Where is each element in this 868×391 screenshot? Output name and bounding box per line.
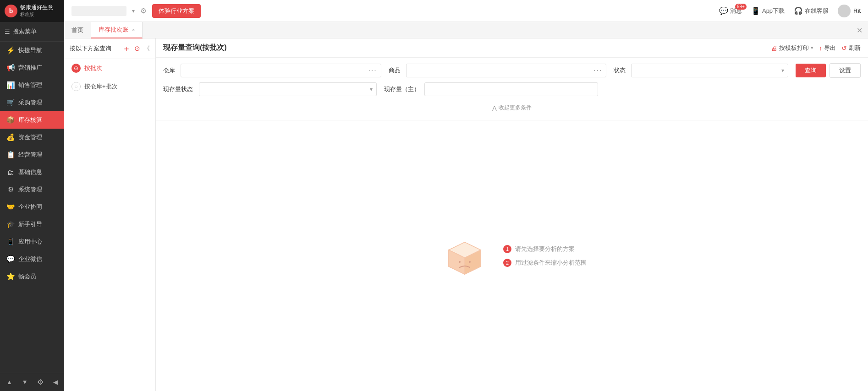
empty-step-2: 2 用过滤条件来缩小分析范围 [503,259,587,267]
search-field-inv-qty: 现存量（主） — [384,82,598,96]
filter-collapse-btn[interactable]: 《 [144,44,150,53]
sales-icon: 📊 [6,81,15,89]
export-btn[interactable]: ↑ 导出 [819,44,836,52]
sidebar-item-label: 采购管理 [18,98,42,107]
app-download-label: App下载 [762,7,785,15]
search-row-2: 现存量状态 ▾ 现存量（主） — [163,82,861,96]
step1-text: 请先选择要分析的方案 [515,245,575,253]
search-field-status: 状态 ▾ [614,64,788,77]
product-dots[interactable]: ··· [593,66,602,75]
sidebar-item-label: 资金管理 [18,133,42,141]
empty-illustration [437,228,492,283]
search-field-product: 商品 ··· [389,64,607,77]
sidebar-item-label: 畅会员 [18,272,36,281]
product-input[interactable] [410,67,593,74]
warehouse-dots[interactable]: ··· [368,66,377,75]
phone-icon: 📱 [751,6,760,15]
sidebar-item-label: 营销推广 [18,64,42,72]
sidebar-item-shortcuts[interactable]: ⚡ 快捷导航 [0,42,64,59]
topbar-chevron-icon[interactable]: ▾ [132,8,135,14]
query-btn[interactable]: 查询 [796,64,826,77]
sidebar-item-newbie[interactable]: 🎓 新手引导 [0,216,64,233]
inv-status-chevron-icon: ▾ [370,86,373,92]
topbar-user[interactable]: Rit [838,5,861,17]
step2-number: 2 [503,259,511,267]
refresh-btn[interactable]: ↺ 刷新 [841,44,861,52]
step1-number: 1 [503,245,511,253]
sidebar-search-btn[interactable]: ☰ 搜索菜单 [5,26,60,38]
message-icon: 💬 [719,6,728,15]
export-icon: ↑ [819,44,822,52]
page-actions: 🖨 按模板打印 ▾ ↑ 导出 ↺ 刷新 [771,44,861,52]
topbar-app-download[interactable]: 📱 App下载 [751,6,785,15]
search-icon: ☰ [5,28,10,35]
sidebar-item-basic[interactable]: 🗂 基础信息 [0,163,64,181]
warehouse-label: 仓库 [163,66,177,75]
filter-add-btn[interactable]: ＋ [122,43,131,54]
basic-icon: 🗂 [6,168,15,176]
empty-text-block: 1 请先选择要分析的方案 2 用过滤条件来缩小分析范围 [503,245,587,267]
app-logo: b [5,5,17,17]
sidebar-item-wechat[interactable]: 💬 企业微信 [0,250,64,268]
action-btn-row: 查询 设置 [796,63,861,78]
export-btn-label: 导出 [824,44,836,52]
collapse-btn[interactable]: ⋀ 收起更多条件 [492,104,532,112]
sidebar-item-inventory[interactable]: 📦 库存核算 [0,111,64,129]
finance-icon: 💰 [6,133,15,141]
sidebar-item-operations[interactable]: 📋 经营管理 [0,146,64,163]
filter-item-batch[interactable]: ⊙ 按批次 [64,59,155,77]
sidebar-scroll-down[interactable]: ▼ [22,379,28,386]
topbar-search-input[interactable] [71,6,126,16]
experience-btn[interactable]: 体验行业方案 [152,4,201,18]
sidebar-item-sales[interactable]: 📊 销售管理 [0,76,64,94]
main-area: ▾ ⚙ 体验行业方案 💬 消息 99+ 📱 App下载 🎧 在线客服 Rit [64,0,868,391]
sidebar-item-label: 系统管理 [18,185,42,194]
tab-home[interactable]: 首页 [64,22,91,38]
online-service-label: 在线客服 [805,7,829,15]
inv-qty-max-input[interactable] [478,86,515,93]
sidebar-toggle-btn[interactable]: ◀ [53,379,58,386]
print-btn[interactable]: 🖨 按模板打印 ▾ [771,44,813,52]
inventory-icon: 📦 [6,116,15,124]
sidebar-item-finance[interactable]: 💰 资金管理 [0,129,64,146]
sidebar-settings-btn[interactable]: ⚙ [37,378,44,386]
filter-item-warehouse-batch[interactable]: ○ 按仓库+批次 [64,77,155,96]
product-input-wrapper[interactable]: ··· [406,64,607,77]
filter-item-warehouse-batch-label: 按仓库+批次 [84,82,118,91]
tab-close-icon[interactable]: × [132,27,135,33]
headset-icon: 🎧 [794,6,803,15]
sidebar-scroll-up[interactable]: ▲ [6,379,12,386]
refresh-btn-label: 刷新 [849,44,861,52]
messages-badge: 99+ [735,4,747,10]
sidebar-item-member[interactable]: ⭐ 畅会员 [0,268,64,285]
topbar: ▾ ⚙ 体验行业方案 💬 消息 99+ 📱 App下载 🎧 在线客服 Rit [64,0,868,22]
operations-icon: 📋 [6,151,15,159]
warehouse-input-wrapper[interactable]: ··· [181,64,381,77]
inv-qty-min-input[interactable] [429,86,465,93]
newbie-icon: 🎓 [6,220,15,228]
sidebar-item-marketing[interactable]: 📢 营销推广 [0,59,64,76]
step2-text: 用过滤条件来缩小分析范围 [515,259,587,267]
topbar-online-service[interactable]: 🎧 在线客服 [794,6,829,15]
filter-settings-btn[interactable]: ⊙ [134,44,140,53]
app-title-block: 畅康通好生意 标准版 [20,4,53,18]
inv-status-select-wrapper[interactable]: ▾ [199,82,377,96]
sidebar-item-system[interactable]: ⚙ 系统管理 [0,181,64,198]
warehouse-input[interactable] [185,67,368,74]
search-row-1: 仓库 ··· 商品 ··· [163,63,861,78]
sidebar-search-area[interactable]: ☰ 搜索菜单 [0,22,64,42]
main-close-icon[interactable]: ✕ [857,26,863,34]
filter-item-batch-icon: ⊙ [71,64,81,73]
topbar-gear-icon[interactable]: ⚙ [140,6,147,15]
shortcuts-icon: ⚡ [6,46,15,54]
sidebar-item-apps[interactable]: 📱 应用中心 [0,233,64,250]
sidebar-item-purchase[interactable]: 🛒 采购管理 [0,94,64,111]
collapse-chevron-up-icon: ⋀ [492,105,497,111]
sidebar-item-label: 企业微信 [18,255,42,263]
tab-inventory-batch[interactable]: 库存批次账 × [91,22,143,38]
status-select-wrapper[interactable]: ▾ [631,64,788,77]
topbar-messages[interactable]: 💬 消息 99+ [719,6,742,15]
sidebar-item-enterprise[interactable]: 🤝 企业协同 [0,198,64,216]
refresh-icon: ↺ [841,44,847,52]
settings-btn[interactable]: 设置 [830,63,861,78]
